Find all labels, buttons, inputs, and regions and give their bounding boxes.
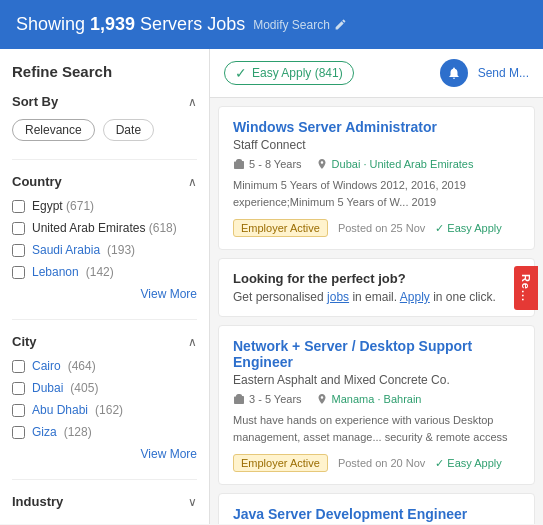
country-header: Country ∧ (12, 174, 197, 189)
country-section: Country ∧ Egypt (671) United Arab Emirat… (12, 174, 197, 301)
city-abudhabi: Abu Dhabi (162) (12, 403, 197, 417)
city-giza: Giza (128) (12, 425, 197, 439)
city-dubai-checkbox[interactable] (12, 382, 25, 395)
city-giza-checkbox[interactable] (12, 426, 25, 439)
city-view-more[interactable]: View More (12, 447, 197, 461)
city-dubai-label: Dubai (32, 381, 63, 395)
sort-relevance-button[interactable]: Relevance (12, 119, 95, 141)
sort-by-label: Sort By (12, 94, 58, 109)
posted-date-1: Posted on 25 Nov (338, 222, 425, 234)
country-saudi-label: Saudi Arabia (32, 243, 100, 257)
job-card-1: Windows Server Administrator Staff Conne… (218, 106, 535, 250)
divider-1 (12, 159, 197, 160)
page-title: Showing 1,939 Servers Jobs (16, 14, 245, 35)
content-area: ✓ Easy Apply (841) Send M... Windows Ser… (210, 49, 543, 524)
personalized-desc: Get personalised jobs in email. Apply in… (233, 290, 520, 304)
industry-label: Industry (12, 494, 63, 509)
jobs-link[interactable]: jobs (327, 290, 349, 304)
sidebar: Refine Search Sort By ∧ Relevance Date C… (0, 49, 210, 524)
experience-meta-1: 5 - 8 Years (233, 158, 302, 170)
location-meta-1: Dubai · United Arab Emirates (316, 158, 474, 170)
country-saudi-checkbox[interactable] (12, 244, 25, 257)
divider-2 (12, 319, 197, 320)
sort-by-header: Sort By ∧ (12, 94, 197, 109)
city-cairo-label: Cairo (32, 359, 61, 373)
sort-by-section: Sort By ∧ Relevance Date (12, 94, 197, 141)
country-uae-label: United Arab Emirates (618) (32, 221, 177, 235)
job-desc-1: Minimum 5 Years of Windows 2012, 2016, 2… (233, 177, 520, 211)
briefcase-icon-2 (233, 393, 245, 405)
employer-badge-2: Employer Active (233, 454, 328, 472)
easy-apply-1[interactable]: ✓ Easy Apply (435, 222, 501, 235)
easy-apply-label: Easy Apply (841) (252, 66, 343, 80)
job-meta-2: 3 - 5 Years Manama · Bahrain (233, 393, 520, 405)
job-footer-1: Employer Active Posted on 25 Nov ✓ Easy … (233, 219, 520, 237)
country-egypt-checkbox[interactable] (12, 200, 25, 213)
personalized-title: Looking for the perfect job? (233, 271, 520, 286)
personalized-card: Looking for the perfect job? Get persona… (218, 258, 535, 317)
easy-apply-filter[interactable]: ✓ Easy Apply (841) (224, 61, 354, 85)
country-saudi: Saudi Arabia (193) (12, 243, 197, 257)
location-meta-2: Manama · Bahrain (316, 393, 422, 405)
divider-3 (12, 479, 197, 480)
country-view-more[interactable]: View More (12, 287, 197, 301)
job-meta-1: 5 - 8 Years Dubai · United Arab Emirates (233, 158, 520, 170)
country-egypt-label: Egypt (671) (32, 199, 94, 213)
city-label: City (12, 334, 37, 349)
modify-search-link[interactable]: Modify Search (253, 18, 347, 32)
city-section: City ∧ Cairo (464) Dubai (405) Abu Dhabi… (12, 334, 197, 461)
sort-date-button[interactable]: Date (103, 119, 154, 141)
sidebar-title: Refine Search (12, 63, 197, 80)
country-egypt: Egypt (671) (12, 199, 197, 213)
main-layout: Refine Search Sort By ∧ Relevance Date C… (0, 49, 543, 524)
location-icon-2 (316, 393, 328, 405)
industry-section: Industry ∨ (12, 494, 197, 509)
company-1: Staff Connect (233, 138, 520, 152)
posted-date-2: Posted on 20 Nov (338, 457, 425, 469)
checkmark-icon: ✓ (235, 65, 247, 81)
city-header: City ∧ (12, 334, 197, 349)
job-title-3[interactable]: Java Server Development Engineer (233, 506, 520, 522)
city-chevron: ∧ (188, 335, 197, 349)
country-lebanon-checkbox[interactable] (12, 266, 25, 279)
send-me-link[interactable]: Send M... (478, 66, 529, 80)
job-title-2[interactable]: Network + Server / Desktop Support Engin… (233, 338, 520, 370)
city-abudhabi-checkbox[interactable] (12, 404, 25, 417)
industry-header[interactable]: Industry ∨ (12, 494, 197, 509)
country-chevron: ∧ (188, 175, 197, 189)
register-button[interactable]: Re... (514, 265, 538, 309)
city-cairo: Cairo (464) (12, 359, 197, 373)
header: Showing 1,939 Servers Jobs Modify Search (0, 0, 543, 49)
company-2: Eastern Asphalt and Mixed Concrete Co. (233, 373, 520, 387)
top-bar: ✓ Easy Apply (841) Send M... (210, 49, 543, 98)
bell-button[interactable] (440, 59, 468, 87)
experience-meta-2: 3 - 5 Years (233, 393, 302, 405)
bell-icon (447, 66, 461, 80)
country-lebanon: Lebanon (142) (12, 265, 197, 279)
job-title-1[interactable]: Windows Server Administrator (233, 119, 520, 135)
country-label: Country (12, 174, 62, 189)
city-dubai: Dubai (405) (12, 381, 197, 395)
city-giza-label: Giza (32, 425, 57, 439)
job-card-2: Network + Server / Desktop Support Engin… (218, 325, 535, 485)
sort-buttons: Relevance Date (12, 119, 197, 141)
job-card-3: Java Server Development Engineer BAYANAT… (218, 493, 535, 524)
alert-area: Send M... (440, 59, 529, 87)
industry-chevron: ∨ (188, 495, 197, 509)
employer-badge-1: Employer Active (233, 219, 328, 237)
easy-apply-2[interactable]: ✓ Easy Apply (435, 457, 501, 470)
country-lebanon-label: Lebanon (32, 265, 79, 279)
edit-icon (334, 18, 347, 31)
briefcase-icon-1 (233, 158, 245, 170)
job-desc-2: Must have hands on experience with vario… (233, 412, 520, 446)
city-cairo-checkbox[interactable] (12, 360, 25, 373)
job-footer-2: Employer Active Posted on 20 Nov ✓ Easy … (233, 454, 520, 472)
location-icon-1 (316, 158, 328, 170)
sort-by-chevron: ∧ (188, 95, 197, 109)
country-uae-checkbox[interactable] (12, 222, 25, 235)
apply-link[interactable]: Apply (400, 290, 430, 304)
country-uae: United Arab Emirates (618) (12, 221, 197, 235)
city-abudhabi-label: Abu Dhabi (32, 403, 88, 417)
